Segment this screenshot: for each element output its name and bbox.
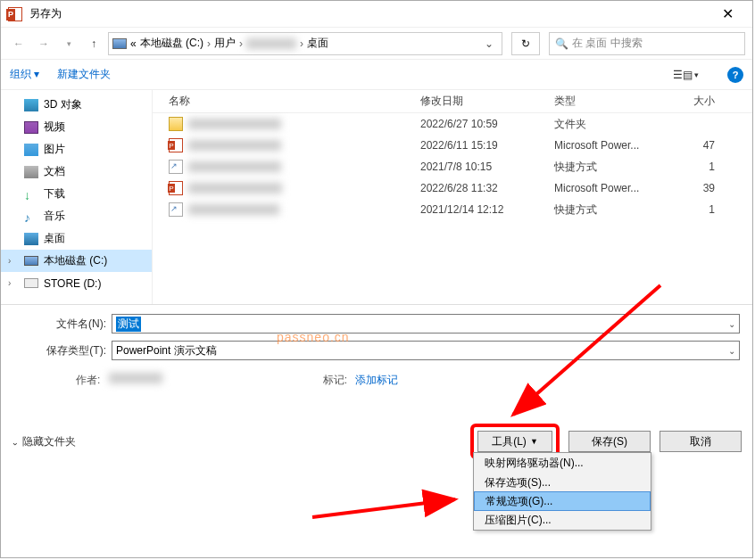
file-size: 1 (679, 203, 724, 216)
cancel-button[interactable]: 取消 (660, 431, 742, 452)
file-date: 2021/7/8 10:15 (420, 161, 554, 173)
i-doc-icon (24, 166, 38, 178)
column-size[interactable]: 大小 (679, 94, 724, 109)
file-name (188, 183, 282, 194)
sidebar-item-1[interactable]: 视频 (1, 116, 152, 138)
recent-dropdown-icon[interactable]: ▾ (58, 33, 79, 54)
file-size: 47 (679, 139, 724, 152)
back-icon[interactable]: ← (8, 33, 29, 54)
sidebar-item-7[interactable]: ›本地磁盘 (C:) (1, 250, 152, 272)
sidebar-item-label: 图片 (44, 142, 65, 157)
sidebar-item-label: 桌面 (44, 231, 65, 246)
list-view-icon: ☰▤ (673, 69, 693, 81)
sidebar-item-3[interactable]: 文档 (1, 161, 152, 183)
column-date[interactable]: 修改日期 (420, 94, 554, 109)
filetype-value: PowerPoint 演示文稿 (116, 343, 217, 358)
search-input[interactable]: 🔍 在 桌面 中搜索 (549, 32, 745, 55)
crumb-3[interactable]: 桌面 (307, 36, 328, 51)
i-dl-icon: ↓ (24, 188, 38, 201)
file-size: 39 (679, 182, 724, 194)
sidebar-item-6[interactable]: 桌面 (1, 227, 152, 250)
file-name (188, 140, 281, 151)
sidebar-item-8[interactable]: ›STORE (D:) (1, 272, 152, 294)
address-bar[interactable]: « 本地磁盘 (C:)› 用户› › 桌面 ⌄ (108, 32, 502, 55)
powerpoint-icon (8, 7, 22, 21)
chevron-up-icon: ⌃ (12, 437, 19, 447)
sidebar-item-label: 本地磁盘 (C:) (44, 253, 107, 268)
i-pic-icon (24, 144, 38, 156)
fi-lnk-icon (169, 202, 183, 217)
address-dropdown-icon[interactable]: ⌄ (480, 37, 498, 50)
i-mus-icon: ♪ (24, 210, 38, 223)
file-date: 2022/6/28 11:32 (420, 182, 554, 194)
chevron-down-icon: ▾ (694, 70, 699, 79)
save-button[interactable]: 保存(S) (568, 431, 651, 452)
fi-ppt-icon (169, 181, 183, 195)
menu-item-1[interactable]: 保存选项(S)... (474, 473, 651, 492)
chevron-down-icon: ▼ (530, 437, 538, 446)
refresh-icon[interactable]: ↻ (511, 32, 540, 55)
fi-folder-icon (169, 117, 183, 131)
filename-value: 测试 (116, 317, 141, 332)
sidebar-item-label: STORE (D:) (44, 277, 101, 290)
file-row[interactable]: 2022/6/27 10:59文件夹 (153, 113, 752, 135)
crumb-prefix: « (130, 37, 137, 50)
author-value[interactable] (109, 373, 162, 383)
file-name (188, 161, 281, 172)
file-row[interactable]: 2021/7/8 10:15快捷方式1 (153, 156, 752, 177)
sidebar-item-label: 视频 (44, 119, 65, 135)
sidebar-item-label: 文档 (44, 164, 65, 179)
i-3d-icon (24, 99, 38, 111)
file-name (188, 119, 281, 129)
up-icon[interactable]: ↑ (83, 33, 104, 54)
tools-button[interactable]: 工具(L) ▼ (477, 431, 552, 452)
column-type[interactable]: 类型 (554, 94, 679, 109)
organize-button[interactable]: 组织 ▾ (10, 67, 39, 82)
crumb-2[interactable] (246, 38, 296, 49)
file-type: 文件夹 (554, 117, 679, 132)
file-row[interactable]: 2022/6/28 11:32Microsoft Power...39 (153, 177, 752, 199)
sidebar-item-5[interactable]: ♪音乐 (1, 205, 152, 227)
menu-item-3[interactable]: 压缩图片(C)... (474, 510, 651, 530)
file-type: Microsoft Power... (554, 139, 679, 152)
search-icon: 🔍 (555, 37, 568, 50)
tag-label: 标记: (323, 374, 347, 386)
view-mode-button[interactable]: ☰▤ ▾ (673, 69, 699, 81)
filename-label: 文件名(N): (13, 317, 112, 332)
file-size: 1 (679, 161, 724, 173)
file-row[interactable]: 2022/6/11 15:19Microsoft Power...47 (153, 135, 752, 156)
sidebar-item-2[interactable]: 图片 (1, 138, 152, 161)
fi-ppt-icon (169, 138, 183, 152)
help-icon[interactable]: ? (727, 67, 743, 83)
file-type: Microsoft Power... (554, 182, 679, 194)
i-store-icon (24, 278, 38, 288)
file-date: 2021/12/14 12:12 (420, 203, 554, 216)
chevron-right-icon: › (8, 278, 11, 288)
chevron-down-icon[interactable]: ⌄ (728, 319, 735, 329)
close-icon[interactable]: ✕ (709, 5, 745, 22)
file-type: 快捷方式 (554, 202, 679, 218)
hide-folders-button[interactable]: ⌃ 隐藏文件夹 (12, 434, 76, 449)
new-folder-button[interactable]: 新建文件夹 (57, 67, 111, 82)
crumb-0[interactable]: 本地磁盘 (C:) (140, 36, 203, 51)
menu-item-0[interactable]: 映射网络驱动器(N)... (474, 453, 651, 473)
filename-input[interactable]: 测试 ⌄ (112, 314, 740, 334)
author-label: 作者: (76, 374, 100, 386)
forward-icon: → (33, 33, 54, 54)
sidebar-item-label: 3D 对象 (44, 97, 82, 112)
sidebar-item-label: 音乐 (44, 209, 65, 224)
chevron-down-icon[interactable]: ⌄ (728, 346, 735, 356)
chevron-right-icon: › (8, 256, 11, 266)
sidebar-item-label: 下载 (44, 186, 65, 202)
sidebar-item-0[interactable]: 3D 对象 (1, 94, 152, 116)
filetype-select[interactable]: PowerPoint 演示文稿 ⌄ (112, 341, 740, 360)
sidebar-item-4[interactable]: ↓下载 (1, 183, 152, 205)
window-title: 另存为 (29, 6, 709, 21)
menu-item-2[interactable]: 常规选项(G)... (474, 491, 651, 511)
add-tag-link[interactable]: 添加标记 (355, 374, 398, 386)
file-type: 快捷方式 (554, 160, 679, 175)
i-disk-icon (24, 256, 38, 266)
file-row[interactable]: 2021/12/14 12:12快捷方式1 (153, 199, 752, 220)
crumb-1[interactable]: 用户 (214, 36, 236, 51)
column-name[interactable]: 名称 (153, 94, 420, 109)
